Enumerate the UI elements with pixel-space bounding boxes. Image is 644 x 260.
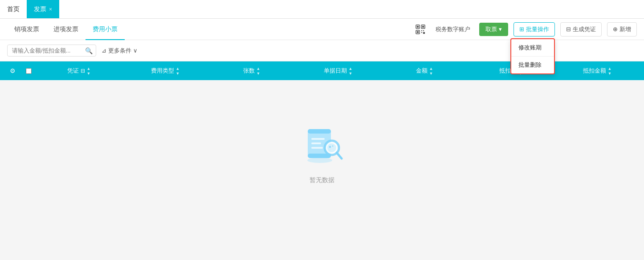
add-icon: ⊕ [613,26,618,32]
tab-expense-receipt[interactable]: 费用小票 [86,19,125,40]
th-count: 张数 ▲▼ [208,66,295,76]
svg-point-20 [329,146,331,148]
svg-rect-8 [421,32,422,33]
select-all-checkbox[interactable] [26,68,32,74]
dropdown-item-batch-delete[interactable]: 批量删除 [511,56,554,73]
add-label: 新增 [620,25,631,33]
sub-tabs-left: 销项发票 进项发票 费用小票 [7,19,125,40]
batch-op-wrap: ⊞ 批量操作 修改账期 批量删除 [514,22,555,37]
sub-tabs-right: 税务数字账户 取票 ▾ ⊞ 批量操作 修改账期 批量删除 ⊟ 生成凭证 [414,22,637,37]
qr-code-icon[interactable] [414,23,427,36]
dropdown-item-modify-period[interactable]: 修改账期 [511,39,554,56]
gear-icon: ⚙ [10,67,16,74]
filter-arrow: ∨ [133,47,138,54]
svg-rect-9 [423,32,425,34]
th-deduction-amount: 抵扣金额 ▲▼ [554,66,640,76]
search-wrap: 🔍 [7,45,96,57]
svg-point-18 [327,143,336,152]
date-sort[interactable]: ▲▼ [349,66,353,76]
invoice-tab-close[interactable]: × [49,6,52,12]
tab-purchase-invoice[interactable]: 进项发票 [46,19,86,40]
home-nav-item[interactable]: 首页 [0,0,27,18]
search-input[interactable] [7,45,96,57]
th-settings[interactable]: ⚙ [4,67,21,74]
take-ticket-button[interactable]: 取票 ▾ [479,23,508,36]
voucher-sort[interactable]: ▲▼ [87,66,91,76]
gen-voucher-icon: ⊟ [566,26,571,32]
svg-rect-12 [308,129,331,134]
svg-rect-5 [417,31,419,33]
svg-rect-3 [422,26,424,28]
svg-rect-16 [311,147,323,149]
batch-op-label: 批量操作 [526,25,549,33]
count-sort[interactable]: ▲▼ [257,66,261,76]
amount-sort[interactable]: ▲▼ [429,66,433,76]
empty-state: 暂无数据 [0,80,644,202]
invoice-tab-label: 发票 [34,5,46,13]
svg-rect-7 [423,30,424,31]
search-icon[interactable]: 🔍 [85,47,93,54]
th-expense-type: 费用类型 ▲▼ [122,66,208,76]
batch-operation-button[interactable]: ⊞ 批量操作 [514,22,555,37]
th-date: 单据日期 ▲▼ [295,66,381,76]
take-ticket-arrow: ▾ [499,26,502,32]
filter-icon: ⊿ [102,47,106,54]
deduction-amount-sort[interactable]: ▲▼ [608,66,612,76]
empty-state-text: 暂无数据 [310,176,334,184]
top-nav: 首页 发票 × [0,0,644,19]
filter-button[interactable]: ⊿ 更多条件 ∨ [102,47,138,55]
tax-account-button[interactable]: 税务数字账户 [432,24,474,35]
th-amount: 金额 ▲▼ [381,66,468,76]
batch-op-icon: ⊞ [519,26,524,32]
th-voucher: 凭证 ⊟ ▲▼ [36,66,122,76]
svg-point-10 [307,158,332,163]
gen-voucher-label: 生成凭证 [573,25,596,33]
batch-op-dropdown: 修改账期 批量删除 [510,38,555,74]
svg-rect-15 [311,142,321,144]
empty-state-illustration [295,116,349,169]
th-checkbox[interactable] [21,68,36,74]
svg-line-19 [337,153,342,158]
svg-rect-14 [311,138,325,140]
expense-type-sort[interactable]: ▲▼ [176,66,180,76]
svg-rect-1 [417,26,419,28]
add-button[interactable]: ⊕ 新增 [607,22,637,37]
take-ticket-label: 取票 [485,25,497,33]
filter-label: 更多条件 [108,47,131,55]
svg-rect-6 [421,30,422,31]
home-label: 首页 [7,5,20,13]
sub-tabs-bar: 销项发票 进项发票 费用小票 税务数字账户 [0,19,644,40]
invoice-tab[interactable]: 发票 × [27,0,59,18]
gen-voucher-button[interactable]: ⊟ 生成凭证 [560,22,602,37]
voucher-filter-icon[interactable]: ⊟ [81,68,85,74]
tab-sales-invoice[interactable]: 销项发票 [7,19,46,40]
svg-point-21 [332,146,334,147]
